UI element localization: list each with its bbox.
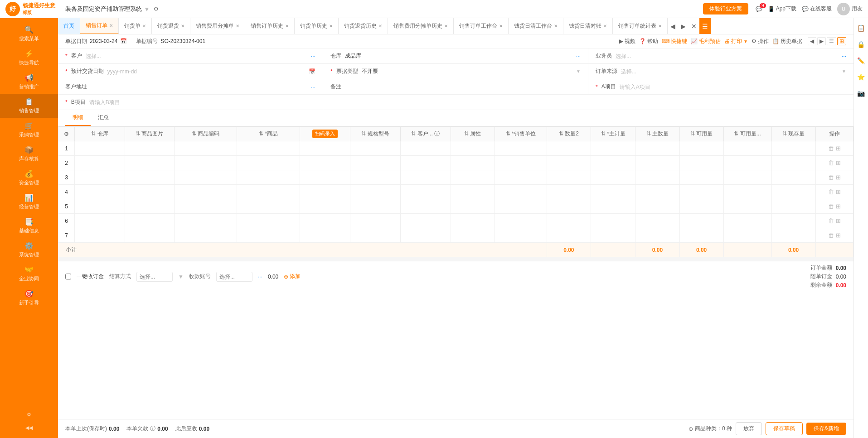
scan-input-btn[interactable]: 扫码录入 (312, 130, 338, 138)
right-icon-camera[interactable]: 📷 (855, 87, 868, 100)
row-mainqty-4[interactable] (635, 185, 679, 199)
shortcut-btn[interactable]: ⌨ 快捷键 (662, 38, 687, 45)
calendar-icon[interactable]: 📅 (120, 38, 127, 44)
row-qty2-6[interactable] (547, 214, 591, 228)
row-warehouse-7[interactable] (75, 228, 125, 243)
nav-next-btn[interactable]: ▶ (817, 37, 826, 45)
tab-close-sales[interactable]: ✕ (109, 23, 113, 28)
row-customer-code-4[interactable] (401, 185, 451, 199)
tab-summary[interactable]: 汇总 (91, 110, 116, 126)
source-arrow-icon[interactable]: ▼ (842, 69, 846, 74)
nav-prev-btn[interactable]: ◀ (808, 37, 816, 45)
tab-sales-invoice[interactable]: 销货单 ✕ (119, 18, 152, 34)
row-product-2[interactable] (237, 156, 300, 170)
row-product-3[interactable] (237, 170, 300, 185)
row-spec-1[interactable] (350, 141, 401, 156)
tab-close-4[interactable]: ✕ (236, 24, 239, 29)
row-customer-code-7[interactable] (401, 228, 451, 243)
tab-daily-reconcile[interactable]: 钱货日清对账 ✕ (563, 18, 613, 34)
message-icon[interactable]: 💬 9 (756, 6, 762, 12)
copy-row-6-btn[interactable]: ⊞ (836, 217, 841, 224)
copy-row-5-btn[interactable]: ⊞ (836, 203, 841, 210)
discard-btn[interactable]: 放弃 (736, 422, 762, 435)
copy-row-7-btn[interactable]: ⊞ (836, 232, 841, 239)
row-product-4[interactable] (237, 185, 300, 199)
row-mainunit-7[interactable] (591, 228, 635, 243)
sidebar-item-search[interactable]: 🔍 搜索菜单 (0, 22, 58, 46)
settings-gear-icon[interactable]: ⚙ (154, 6, 159, 12)
row-spec-7[interactable] (350, 228, 401, 243)
row-customer-code-3[interactable] (401, 170, 451, 185)
online-service-btn[interactable]: 💬 在线客服 (802, 5, 832, 13)
tab-invoice-history[interactable]: 销货单历史 ✕ (295, 18, 339, 34)
tab-close-8[interactable]: ✕ (444, 24, 448, 29)
tab-close-10[interactable]: ✕ (554, 24, 558, 29)
tab-close-2[interactable]: ✕ (142, 24, 146, 29)
row-unit-3[interactable] (495, 170, 547, 185)
row-product-1[interactable] (237, 141, 300, 156)
save-draft-btn[interactable]: 保存草稿 (766, 422, 803, 435)
row-mainqty-3[interactable] (635, 170, 679, 185)
row-mainqty-2[interactable] (635, 156, 679, 170)
salesperson-input[interactable] (616, 53, 838, 59)
tab-close-6[interactable]: ✕ (329, 24, 333, 29)
delete-row-4-btn[interactable]: 🗑 (828, 188, 834, 195)
project-a-input[interactable] (620, 84, 846, 90)
row-qty2-3[interactable] (547, 170, 591, 185)
sidebar-collapse-btn[interactable]: ◀◀ (0, 421, 58, 434)
row-spec-4[interactable] (350, 185, 401, 199)
tab-more-btn[interactable]: ☰ (699, 18, 711, 34)
row-code-7[interactable] (174, 228, 237, 243)
help-btn[interactable]: ❓ 帮助 (639, 38, 658, 45)
copy-row-2-btn[interactable]: ⊞ (836, 159, 841, 166)
row-attr-3[interactable] (451, 170, 495, 185)
invoice-arrow-icon[interactable]: ▼ (576, 69, 581, 74)
sidebar-item-quicknav[interactable]: ⚡ 快捷导航 (0, 46, 58, 70)
account-no-input[interactable] (216, 272, 252, 282)
row-qty2-7[interactable] (547, 228, 591, 243)
row-attr-5[interactable] (451, 199, 495, 214)
row-spec-3[interactable] (350, 170, 401, 185)
row-customer-code-2[interactable] (401, 156, 451, 170)
row-warehouse-1[interactable] (75, 141, 125, 156)
delete-row-1-btn[interactable]: 🗑 (828, 145, 834, 152)
add-payment-btn[interactable]: ⊕ 添加 (284, 273, 301, 280)
project-b-input[interactable] (89, 99, 315, 106)
expected-date-input[interactable] (107, 68, 305, 75)
list-view-btn[interactable]: ☰ (827, 37, 836, 45)
row-qty2-2[interactable] (547, 156, 591, 170)
row-customer-code-1[interactable] (401, 141, 451, 156)
row-attr-4[interactable] (451, 185, 495, 199)
addr-more-btn[interactable]: ··· (311, 84, 315, 90)
row-mainunit-1[interactable] (591, 141, 635, 156)
history-btn[interactable]: 📋 历史单据 (772, 38, 802, 45)
row-qty2-4[interactable] (547, 185, 591, 199)
right-icon-clipboard[interactable]: 📋 (855, 22, 868, 34)
horizontal-scrollbar[interactable] (58, 257, 853, 261)
tab-close-3[interactable]: ✕ (181, 24, 184, 29)
row-mainunit-3[interactable] (591, 170, 635, 185)
row-product-5[interactable] (237, 199, 300, 214)
copy-row-1-btn[interactable]: ⊞ (836, 145, 841, 152)
solution-btn[interactable]: 体验行业方案 (703, 3, 748, 14)
sidebar-item-purchase[interactable]: 🛒 采购管理 (0, 118, 58, 142)
tab-cost-split[interactable]: 销售费用分摊单 ✕ (190, 18, 245, 34)
order-source-input[interactable] (621, 68, 838, 75)
row-attr-7[interactable] (451, 228, 495, 243)
row-mainunit-2[interactable] (591, 156, 635, 170)
row-product-6[interactable] (237, 214, 300, 228)
row-warehouse-3[interactable] (75, 170, 125, 185)
row-attr-2[interactable] (451, 156, 495, 170)
row-code-4[interactable] (174, 185, 237, 199)
tab-close-9[interactable]: ✕ (499, 24, 503, 29)
sidebar-item-inventory[interactable]: 📦 库存核算 (0, 142, 58, 166)
account-more-btn[interactable]: ··· (258, 274, 262, 280)
customer-more-btn[interactable]: ··· (311, 53, 315, 59)
tab-order-stats[interactable]: 销售订单统计表 ✕ (613, 18, 668, 34)
tab-daily-workbench[interactable]: 钱货日清工作台 ✕ (509, 18, 563, 34)
tab-close-7[interactable]: ✕ (378, 24, 382, 29)
delete-row-5-btn[interactable]: 🗑 (828, 203, 834, 210)
warehouse-more-btn[interactable]: ··· (576, 53, 581, 59)
row-product-7[interactable] (237, 228, 300, 243)
settle-arrow-icon[interactable]: ▼ (178, 274, 184, 280)
